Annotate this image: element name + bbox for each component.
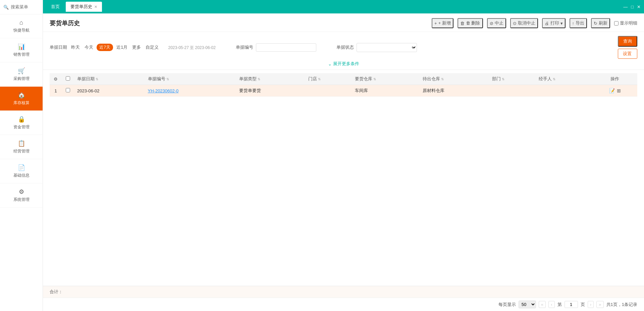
sort-handler-icon: ⇅ [553, 77, 555, 81]
row-select-checkbox[interactable] [66, 88, 70, 92]
export-button[interactable]: ↑ 导出 [570, 18, 587, 28]
th-date[interactable]: 单据日期 ⇅ [74, 73, 145, 85]
th-number[interactable]: 单据编号 ⇅ [145, 73, 236, 85]
tab-close-icon[interactable]: ✕ [94, 5, 97, 9]
date-last7days[interactable]: 近7天 [97, 44, 113, 51]
content-area: 要货单历史 + + 新增 🗑 🗑 删除 ⊘ 中止 ⊙ 取消中止 [43, 13, 644, 311]
row-number-link[interactable]: YH-20230602-0 [148, 88, 179, 93]
search-icon: 🔍 [3, 5, 9, 10]
cancel-stop-button[interactable]: ⊙ 取消中止 [510, 18, 538, 28]
gear-icon: ⚙ [19, 188, 24, 195]
select-all-checkbox[interactable] [66, 76, 70, 81]
row-handler [535, 85, 592, 97]
window-minimize-icon[interactable]: — [623, 4, 628, 9]
th-department[interactable]: 部门 ⇅ [489, 73, 535, 85]
th-checkbox [62, 73, 74, 85]
refresh-icon: ↻ [594, 21, 597, 26]
export-icon: ↑ [572, 21, 575, 26]
total-info: 共1页，1条记录 [606, 302, 637, 308]
settings-label: 设置 [623, 51, 632, 57]
new-button[interactable]: + + 新增 [432, 18, 453, 28]
sort-number-icon: ⇅ [166, 77, 169, 81]
sidebar-search[interactable]: 🔍 搜索菜单 [0, 0, 43, 14]
refresh-label: 刷新 [599, 20, 607, 26]
date-yesterday[interactable]: 昨天 [70, 44, 81, 51]
date-custom[interactable]: 自定义 [144, 44, 160, 51]
window-close-icon[interactable]: ✕ [637, 4, 641, 9]
sidebar-item-label-purchase: 采购管理 [13, 76, 30, 82]
tab-history[interactable]: 要货单历史 ✕ [66, 2, 102, 12]
sidebar-item-purchase[interactable]: 🛒 采购管理 [0, 62, 43, 87]
per-page-label: 每页显示 [498, 302, 516, 308]
footer-total: 合计： [50, 289, 637, 295]
table-body: 1 2023-06-02 YH-20230602-0 要货单要货 车间库 原材料… [50, 85, 637, 97]
row-department [489, 85, 535, 97]
print-button[interactable]: 🖨 打印 ▾ [542, 18, 566, 28]
row-pending-warehouse: 原材料仓库 [419, 85, 489, 97]
new-label: + 新增 [438, 20, 451, 26]
print-label: 打印 [550, 20, 559, 26]
sidebar-item-label-inventory: 库存核算 [13, 100, 30, 106]
th-settings[interactable]: ⚙ [50, 73, 62, 85]
display-detail-checkbox[interactable] [614, 21, 619, 26]
lock-icon: 🔒 [18, 116, 25, 123]
date-last1month[interactable]: 近1月 [115, 44, 129, 51]
expand-more[interactable]: ⌄ 展开更多条件 [50, 61, 637, 67]
document-icon: 📄 [18, 164, 25, 171]
sidebar-item-finance[interactable]: 🔒 资金管理 [0, 111, 43, 135]
row-edit-icon[interactable]: 📝 [609, 88, 615, 93]
stop-button[interactable]: ⊘ 中止 [487, 18, 506, 28]
display-detail-toggle[interactable]: 显示明细 [614, 20, 637, 26]
expand-more-icon: ⌄ [328, 61, 332, 66]
doc-status-filter-group: 单据状态 ▾ [336, 43, 414, 52]
sort-type-icon: ⇅ [258, 77, 260, 81]
prev-page-button[interactable]: ‹ [548, 301, 554, 308]
date-shortcuts: 昨天 今天 近7天 近1月 更多 自定义 [70, 44, 160, 51]
chart-icon: 📊 [18, 43, 25, 50]
sidebar-item-quick-nav[interactable]: ⌂ 快捷导航 [0, 14, 43, 38]
sidebar-item-system[interactable]: ⚙ 系统管理 [0, 183, 43, 208]
sidebar-item-label-sales: 销售管理 [13, 52, 30, 57]
delete-label: 🗑 删除 [466, 20, 480, 26]
doc-number-filter-group: 单据编号 [236, 43, 316, 52]
next-page-button[interactable]: › [588, 301, 594, 308]
table-settings-icon[interactable]: ⚙ [54, 77, 58, 82]
last-page-button[interactable]: » [596, 301, 603, 308]
th-store[interactable]: 门店 ⇅ [305, 73, 352, 85]
export-label: 导出 [576, 20, 584, 26]
tab-home-label: 首页 [51, 4, 60, 10]
th-warehouse[interactable]: 要货仓库 ⇅ [352, 73, 419, 85]
sort-date-icon: ⇅ [96, 77, 98, 81]
row-detail-icon[interactable]: ⊞ [617, 88, 621, 93]
doc-number-input[interactable] [256, 43, 316, 52]
sidebar-item-basic[interactable]: 📄 基础信息 [0, 159, 43, 183]
query-button[interactable]: 查询 [618, 36, 637, 47]
settings-button[interactable]: 设置 [618, 49, 637, 59]
window-maximize-icon[interactable]: □ [631, 4, 634, 9]
first-page-button[interactable]: « [539, 301, 546, 308]
cancel-stop-label: 取消中止 [518, 20, 535, 26]
th-handler[interactable]: 经手人 ⇅ [535, 73, 592, 85]
date-today[interactable]: 今天 [83, 44, 95, 51]
sidebar-item-sales[interactable]: 📊 销售管理 [0, 38, 43, 62]
th-action: 操作 [592, 73, 637, 85]
sidebar-item-inventory[interactable]: 🏠 库存核算 [0, 87, 43, 111]
row-checkbox[interactable] [62, 85, 74, 97]
table-row[interactable]: 1 2023-06-02 YH-20230602-0 要货单要货 车间库 原材料… [50, 85, 637, 97]
row-number[interactable]: YH-20230602-0 [145, 85, 236, 97]
sidebar-item-label-system: 系统管理 [13, 197, 30, 203]
delete-button[interactable]: 🗑 🗑 删除 [458, 18, 483, 28]
sidebar: 🔍 搜索菜单 ⌂ 快捷导航 📊 销售管理 🛒 采购管理 🏠 库存核算 🔒 资金管… [0, 0, 43, 311]
th-type[interactable]: 单据类型 ⇅ [236, 73, 305, 85]
th-pending-warehouse[interactable]: 待出仓库 ⇅ [419, 73, 489, 85]
doc-status-select[interactable] [357, 43, 417, 52]
per-page-select[interactable]: 20 50 100 [519, 301, 536, 308]
tab-home[interactable]: 首页 [46, 2, 64, 12]
date-more[interactable]: 更多 [131, 44, 142, 51]
action-buttons: 📝 ⊞ [596, 88, 634, 93]
page-number-input[interactable] [565, 301, 578, 308]
row-type: 要货单要货 [236, 85, 305, 97]
query-buttons: 查询 设置 [618, 36, 637, 59]
refresh-button[interactable]: ↻ 刷新 [591, 18, 610, 28]
sidebar-item-operation[interactable]: 📋 经营管理 [0, 135, 43, 159]
